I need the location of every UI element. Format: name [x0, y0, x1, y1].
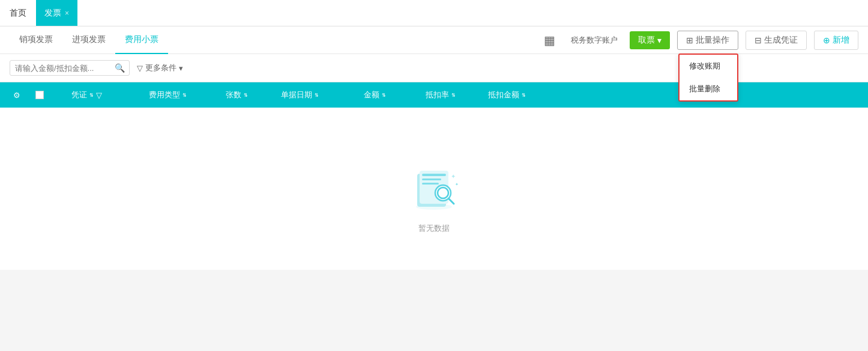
th-expense-type[interactable]: 费用类型 ⇅	[122, 90, 212, 100]
qupiao-button[interactable]: 取票 ▾	[630, 31, 670, 49]
search-wrap: 🔍	[10, 60, 130, 76]
add-icon: ⊕	[823, 35, 830, 45]
tax-account-button[interactable]: 税务数字账户	[566, 35, 622, 46]
svg-rect-3	[422, 174, 446, 176]
qr-button[interactable]: ▦	[540, 31, 559, 50]
svg-rect-5	[422, 183, 439, 185]
tab-jinxiang[interactable]: 进项发票	[62, 26, 115, 54]
sort-arrows-deduct-amount: ⇅	[522, 93, 526, 98]
dropdown-item-batch-delete[interactable]: 批量删除	[680, 78, 737, 100]
sort-arrows-voucher: ⇅	[89, 93, 94, 98]
empty-state: ✦ ✦ 暂无数据	[0, 108, 868, 270]
th-expense-label: 费用类型	[149, 90, 180, 100]
sub-nav-right: ▦ 税务数字账户 取票 ▾ ⊞ 批量操作 修改账期 批量删除 ⊟ 生成凭证 ⊕ …	[540, 31, 858, 50]
batch-operation-button[interactable]: ⊞ 批量操作	[677, 31, 738, 50]
sort-arrows-expense: ⇅	[182, 93, 187, 98]
th-checkbox[interactable]	[29, 91, 50, 99]
th-voucher-label: 凭证	[71, 90, 87, 100]
add-button[interactable]: ⊕ 新增	[814, 31, 858, 50]
svg-text:✦: ✦	[455, 182, 459, 186]
th-deduct-amount[interactable]: 抵扣金额 ⇅	[471, 90, 543, 100]
sort-arrows-date: ⇅	[315, 93, 319, 98]
add-label: 新增	[833, 35, 849, 46]
svg-text:✦: ✦	[451, 173, 456, 180]
th-voucher-extra: ▽	[96, 91, 102, 100]
qupiao-label: 取票	[638, 35, 655, 46]
more-filter-label: 更多条件	[145, 63, 176, 73]
th-deduct-rate-label: 抵扣率	[426, 90, 449, 100]
empty-illustration: ✦ ✦	[404, 156, 464, 216]
voucher-icon: ⊟	[755, 35, 762, 45]
dropdown-item-modify-period[interactable]: 修改账期	[680, 55, 737, 78]
tab-xiaoxiang[interactable]: 销项发票	[10, 26, 62, 54]
th-settings[interactable]: ⚙	[5, 91, 29, 100]
th-deduct-amount-label: 抵扣金额	[488, 90, 519, 100]
home-nav-item[interactable]: 首页	[0, 0, 36, 26]
th-voucher[interactable]: 凭证 ⇅ ▽	[50, 90, 122, 100]
filter-icon: ▽	[137, 64, 143, 73]
search-input[interactable]	[15, 64, 111, 73]
sort-arrows-count: ⇅	[244, 93, 248, 98]
voucher-label: 生成凭证	[764, 35, 798, 46]
th-date[interactable]: 单据日期 ⇅	[261, 90, 339, 100]
th-deduct-rate[interactable]: 抵扣率 ⇅	[411, 90, 471, 100]
th-amount[interactable]: 金额 ⇅	[339, 90, 411, 100]
sub-nav: 销项发票 进项发票 费用小票 ▦ 税务数字账户 取票 ▾ ⊞ 批量操作 修改账期…	[0, 26, 868, 54]
qupiao-arrow: ▾	[657, 35, 662, 45]
th-amount-label: 金额	[364, 90, 379, 100]
invoice-tab-close[interactable]: ×	[65, 9, 69, 17]
sub-nav-left: 销项发票 进项发票 费用小票	[10, 26, 168, 53]
svg-line-8	[449, 199, 454, 204]
search-icon[interactable]: 🔍	[115, 63, 125, 73]
batch-button-wrapper: ⊞ 批量操作 修改账期 批量删除	[677, 31, 738, 50]
th-count[interactable]: 张数 ⇅	[212, 90, 261, 100]
invoice-tab[interactable]: 发票 ×	[36, 0, 77, 26]
top-nav: 首页 发票 ×	[0, 0, 868, 26]
th-count-label: 张数	[226, 90, 241, 100]
header-checkbox[interactable]	[35, 91, 44, 99]
sort-arrows-amount: ⇅	[382, 93, 386, 98]
empty-text: 暂无数据	[418, 223, 450, 234]
batch-dropdown-menu: 修改账期 批量删除	[678, 53, 738, 102]
batch-label: 批量操作	[696, 35, 729, 46]
more-filter-button[interactable]: ▽ 更多条件 ▾	[137, 63, 183, 73]
th-date-label: 单据日期	[281, 90, 312, 100]
tab-feiyong[interactable]: 费用小票	[115, 26, 168, 54]
generate-voucher-button[interactable]: ⊟ 生成凭证	[746, 31, 807, 50]
sort-arrows-deduct-rate: ⇅	[451, 93, 456, 98]
invoice-tab-label: 发票	[44, 8, 61, 19]
filter-arrow: ▾	[179, 64, 183, 73]
batch-icon: ⊞	[686, 35, 693, 45]
svg-rect-4	[422, 179, 441, 180]
